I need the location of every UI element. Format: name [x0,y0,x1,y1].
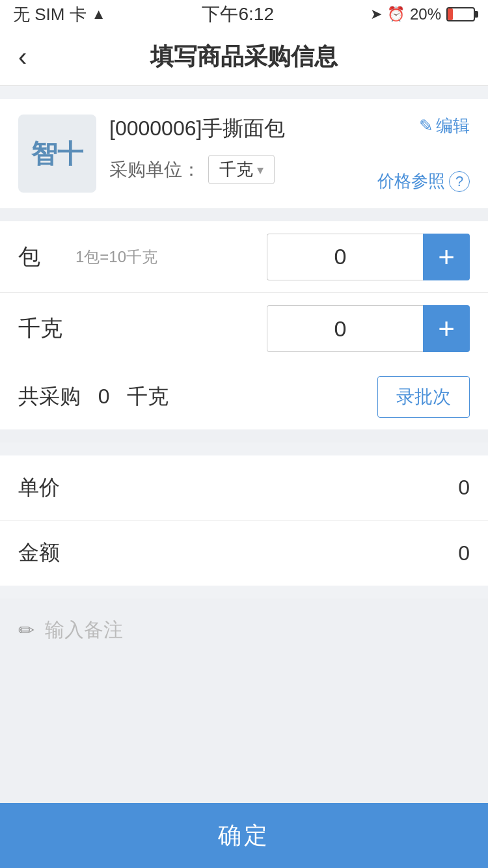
product-name: [0000006]手撕面包 [109,115,470,143]
amount-value: 0 [458,541,470,565]
product-image: 智十 [18,115,96,193]
nav-bar: ‹ 填写商品采购信息 [0,29,488,86]
product-card: 智十 [0000006]手撕面包 采购单位： 千克 ▾ ✎ 编辑 价格参照 ? [0,99,488,208]
summary-prefix: 共采购 [18,385,81,408]
unit-price-label: 单价 [18,474,60,502]
product-logo: 智十 [31,136,83,172]
divider-2 [0,429,488,442]
location-icon: ➤ [370,6,382,23]
status-bar: 无 SIM 卡 ▲ 下午6:12 ➤ ⏰ 20% [0,0,488,29]
confirm-label: 确定 [218,820,270,852]
bag-input-right: + [267,234,470,280]
unit-value: 千克 [219,158,253,181]
bag-label: 包 [18,242,70,272]
input-section: 包 1包=10千克 + 千克 + [0,221,488,364]
price-ref-label: 价格参照 [377,170,445,193]
notes-placeholder: 输入备注 [45,617,123,644]
summary-row: 共采购 0 千克 录批次 [0,364,488,429]
edit-icon: ✎ [419,116,433,136]
divider-1 [0,208,488,221]
chevron-down-icon: ▾ [257,162,264,178]
bag-quantity-input[interactable] [267,234,423,280]
unit-price-value: 0 [458,476,470,500]
help-icon: ? [449,171,470,192]
summary-text: 共采购 0 千克 [18,383,169,411]
back-button[interactable]: ‹ [18,42,27,72]
kg-label: 千克 [18,314,70,344]
edit-label: 编辑 [436,115,470,137]
kg-input-row: 千克 + [0,293,488,364]
kg-input-right: + [267,305,470,352]
amount-row: 金额 0 [0,521,488,586]
bag-sub-label: 1包=10千克 [75,247,157,267]
kg-plus-button[interactable]: + [423,305,470,352]
unit-price-row: 单价 0 [0,455,488,521]
edit-button[interactable]: ✎ 编辑 [419,115,470,137]
price-section: 单价 0 金额 0 [0,455,488,586]
alarm-icon: ⏰ [387,6,405,23]
status-time: 下午6:12 [202,2,274,27]
price-reference-button[interactable]: 价格参照 ? [377,170,470,193]
kg-quantity-input[interactable] [267,305,423,352]
notes-section[interactable]: ✏ 输入备注 [0,599,488,662]
bag-plus-button[interactable]: + [423,234,470,280]
unit-label: 采购单位： [109,157,200,182]
battery-percent: 20% [410,5,441,23]
pencil-icon: ✏ [18,619,34,642]
summary-unit: 千克 [127,385,169,408]
battery-indicator [446,7,475,21]
amount-label: 金额 [18,539,60,567]
status-right: ➤ ⏰ 20% [370,5,475,23]
status-left: 无 SIM 卡 ▲ [13,3,105,26]
batch-button[interactable]: 录批次 [377,376,470,418]
unit-selector[interactable]: 千克 ▾ [208,155,275,184]
confirm-button[interactable]: 确定 [0,803,488,868]
carrier-text: 无 SIM 卡 [13,3,87,26]
bag-input-row: 包 1包=10千克 + [0,221,488,293]
summary-amount: 0 [98,385,110,408]
wifi-icon: ▲ [92,6,106,23]
page-title: 填写商品采购信息 [150,41,338,73]
